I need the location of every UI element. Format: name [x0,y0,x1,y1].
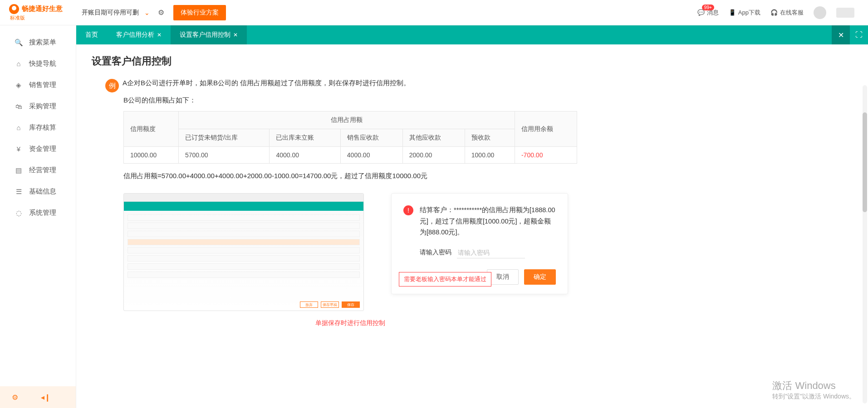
collapse-icon[interactable]: ◂❙ [41,393,50,402]
cell-credit-limit: 10000.00 [124,147,179,164]
sidebar-item-search[interactable]: 🔍搜索菜单 [0,32,76,53]
sidebar-item-inventory[interactable]: ⌂库存核算 [0,117,76,138]
ok-button[interactable]: 确定 [524,269,556,285]
sidebar-item-label: 经营管理 [29,166,56,175]
sidebar-item-finance[interactable]: ¥资金管理 [0,138,76,160]
alert-icon: ! [403,205,413,215]
example-line: 例A企对B公司进行开单时，如果B公司的 信用占用额超过了信用额度，则在保存时进行… [105,76,839,90]
sidebar-item-label: 快捷导航 [29,59,56,68]
sidebar-item-label: 销售管理 [29,81,56,89]
cell-prepay: 1000.00 [465,147,515,164]
password-input[interactable] [457,247,525,258]
sys-icon: ◌ [15,209,23,217]
content-area: 设置客户信用控制 例A企对B公司进行开单时，如果B公司的 信用占用额超过了信用额… [76,44,868,408]
tab-home[interactable]: 首页 [76,25,107,44]
sidebar-item-sales[interactable]: ◈销售管理 [0,74,76,96]
tabs-bar: 首页 客户信用分析✕ 设置客户信用控制✕ ✕ ⛶ [76,25,868,44]
th-other-recv: 其他应收款 [402,129,465,147]
th-occupy: 信用占用额 [178,112,515,129]
table-row: 10000.00 5700.00 4000.00 4000.00 2000.00… [124,147,577,164]
page-title: 设置客户信用控制 [92,54,853,68]
cancel-button[interactable]: 取消 [487,269,519,285]
password-label: 请输入密码 [420,248,451,257]
messages-badge: 99+ [702,5,714,10]
sidebar-item-basics[interactable]: ☰基础信息 [0,181,76,202]
close-icon[interactable]: ✕ [233,32,238,38]
sidebar-item-operations[interactable]: ▤经营管理 [0,160,76,181]
tab-credit-analysis[interactable]: 客户信用分析✕ [107,25,171,44]
sidebar-item-label: 基础信息 [29,187,56,196]
brand-edition: 标准版 [10,15,25,21]
online-service-link[interactable]: 🎧 在线客服 [770,9,804,17]
credit-warning-dialog: ! 结算客户：***********的信用占用额为[1888.00元]，超过了信… [391,193,568,294]
sidebar-item-label: 库存核算 [29,123,56,132]
dialog-message: 结算客户：***********的信用占用额为[1888.00元]，超过了信用额… [420,204,556,238]
illustration-caption: 单据保存时进行信用控制 [123,319,577,327]
info-icon: ☰ [15,188,23,196]
sidebar-item-label: 搜索菜单 [29,38,56,47]
sidebar-item-label: 资金管理 [29,145,56,153]
settings-icon[interactable]: ⚙ [12,393,18,402]
user-menu[interactable] [836,8,854,18]
tab-credit-settings[interactable]: 设置客户信用控制✕ [171,25,247,44]
sidebar-item-system[interactable]: ◌系统管理 [0,202,76,223]
example-text: A企对B公司进行开单时，如果B公司的 信用占用额超过了信用额度，则在保存时进行信… [123,79,410,87]
tab-label: 客户信用分析 [116,31,154,39]
shot-discard-button: 放弃 [300,301,318,308]
th-balance: 信用用余额 [515,112,577,147]
app-download-link[interactable]: 📱 App下载 [729,9,760,17]
cart-icon: 🛍 [15,102,23,111]
sidebar-footer: ⚙ ◂❙ [0,386,76,408]
cell-out-unbilled: 4000.00 [270,147,340,164]
sidebar-item-purchase[interactable]: 🛍采购管理 [0,96,76,117]
tab-label: 首页 [85,31,98,39]
formula-text: 信用占用额=5700.00+4000.00+4000.00+2000.00-10… [123,172,839,180]
th-out-unbilled: 已出库未立账 [270,129,340,147]
tag-icon: ◈ [15,81,23,89]
example-subline: B公司的信用额占如下： [123,96,839,105]
shot-save-button: 保存 [342,301,360,308]
search-icon: 🔍 [15,39,23,47]
fullscreen-toggle[interactable]: ⛶ [850,25,868,44]
scrollbar-thumb[interactable] [863,112,867,212]
cell-balance: -700.00 [515,147,577,164]
dropdown-label: 开账日期可停用可删 [82,9,139,17]
cell-sales-recv: 4000.00 [340,147,402,164]
illustration-row: 放弃 保存草稿 保存 ! 结算客户：***********的信用占用额为[188… [123,193,839,311]
brand-logo: 畅捷通好生意 标准版 [0,4,76,21]
experience-button[interactable]: 体验行业方案 [173,5,226,20]
account-period-dropdown[interactable]: 开账日期可停用可删 ⌄ [82,9,150,17]
example-badge: 例 [105,79,119,92]
chevron-down-icon: ⌄ [144,9,150,16]
cell-ordered: 5700.00 [178,147,270,164]
sidebar-item-quicknav[interactable]: ⌂快捷导航 [0,53,76,74]
th-prepay: 预收款 [465,129,515,147]
top-header: 畅捷通好生意 标准版 开账日期可停用可删 ⌄ ⚙ 体验行业方案 💬 消息 99+… [0,0,868,25]
app-download-label: App下载 [738,9,760,17]
report-icon: ▤ [15,166,23,175]
credit-table: 信用额度 信用占用额 信用用余额 已订货未销货/出库 已出库未立账 销售应收款 … [123,111,577,164]
shot-save-draft-button: 保存草稿 [321,301,339,308]
online-service-label: 在线客服 [780,9,804,17]
close-all-tabs[interactable]: ✕ [832,25,850,44]
avatar[interactable] [814,6,826,19]
dialog-note: 需要老板输入密码本单才能通过 [399,272,491,287]
screenshot-placeholder: 放弃 保存草稿 保存 [123,193,364,311]
th-sales-recv: 销售应收款 [340,129,402,147]
warehouse-icon: ⌂ [15,124,23,132]
home-icon: ⌂ [15,60,23,68]
th-credit-limit: 信用额度 [124,112,179,147]
brand-icon [9,4,19,14]
headset-icon: 🎧 [770,9,778,16]
gear-icon[interactable]: ⚙ [158,8,164,17]
tab-label: 设置客户信用控制 [180,31,230,39]
phone-icon: 📱 [729,9,736,16]
sidebar-item-label: 系统管理 [29,209,56,217]
messages-link[interactable]: 💬 消息 99+ [697,9,719,17]
cell-other-recv: 2000.00 [402,147,465,164]
close-icon[interactable]: ✕ [157,32,162,38]
th-ordered: 已订货未销货/出库 [178,129,270,147]
money-icon: ¥ [15,145,23,153]
sidebar: 🔍搜索菜单 ⌂快捷导航 ◈销售管理 🛍采购管理 ⌂库存核算 ¥资金管理 ▤经营管… [0,25,76,408]
sidebar-item-label: 采购管理 [29,102,56,111]
